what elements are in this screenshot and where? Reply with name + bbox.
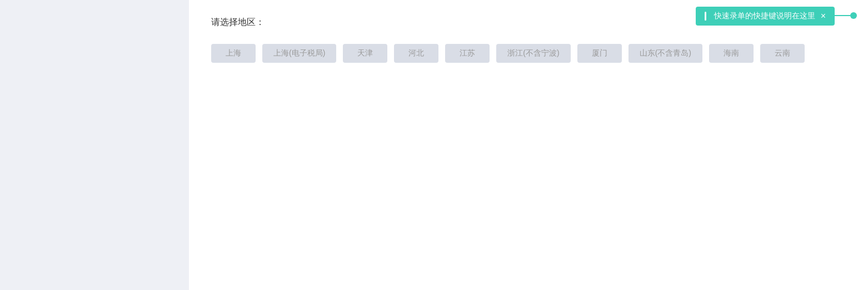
- tooltip-close-button[interactable]: ×: [821, 12, 826, 21]
- region-buttons-container: 上海上海(电子税局)天津河北江苏浙江(不含宁波)厦门山东(不含青岛)海南云南: [211, 44, 846, 63]
- region-btn-shanghai[interactable]: 上海: [211, 44, 256, 63]
- tooltip-connector-line: [834, 15, 850, 16]
- region-btn-jiangsu[interactable]: 江苏: [445, 44, 490, 63]
- left-sidebar: [0, 0, 189, 290]
- region-btn-shandong[interactable]: 山东(不含青岛): [628, 44, 702, 63]
- tooltip-text: 快速录单的快捷键说明在这里: [714, 11, 815, 21]
- tooltip-connector-dot: [850, 12, 857, 19]
- region-btn-hebei[interactable]: 河北: [394, 44, 438, 63]
- region-btn-tianjin[interactable]: 天津: [343, 44, 387, 63]
- region-btn-zhejiang[interactable]: 浙江(不含宁波): [496, 44, 570, 63]
- main-content: 请选择地区： 上海上海(电子税局)天津河北江苏浙江(不含宁波)厦门山东(不含青岛…: [189, 0, 868, 290]
- region-btn-hainan[interactable]: 海南: [709, 44, 754, 63]
- tooltip-banner: 快速录单的快捷键说明在这里 ×: [696, 7, 835, 26]
- region-btn-xiamen[interactable]: 厦门: [577, 44, 622, 63]
- region-btn-shanghai-etax[interactable]: 上海(电子税局): [262, 44, 336, 63]
- region-btn-yunnan[interactable]: 云南: [760, 44, 805, 63]
